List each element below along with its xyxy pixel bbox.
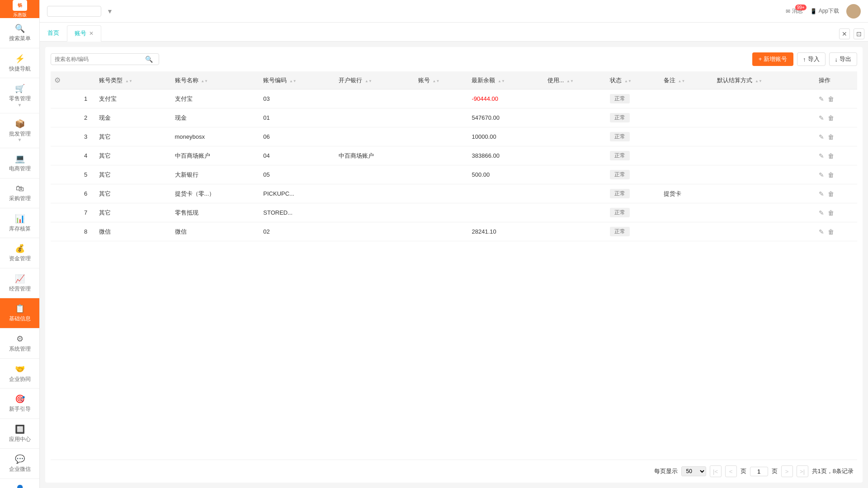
edit-button-5[interactable]: ✎ — [819, 190, 824, 197]
sort-icon: ▲▼ — [289, 79, 297, 83]
delete-button-5[interactable]: 🗑 — [828, 190, 834, 197]
delete-button-7[interactable]: 🗑 — [828, 228, 834, 235]
search-nav-icon: 🔍 — [15, 23, 25, 33]
cell-usage-2 — [544, 127, 607, 146]
next-page-button[interactable]: > — [781, 465, 793, 477]
cell-bank-6 — [335, 203, 415, 222]
tab-restore-button[interactable]: ⊡ — [854, 28, 864, 39]
cell-account-7 — [415, 222, 468, 241]
delete-button-2[interactable]: 🗑 — [828, 133, 834, 141]
delete-button-6[interactable]: 🗑 — [828, 209, 834, 216]
cell-code-5: PICKUPC... — [259, 184, 335, 203]
col-header-code[interactable]: 账号编码 ▲▼ — [259, 71, 335, 89]
cell-no-7: 8 — [76, 222, 95, 241]
per-page-select[interactable]: 50 20 100 — [681, 466, 706, 476]
column-settings-icon[interactable]: ⚙ — [54, 76, 61, 84]
sidebar-item-search[interactable]: 🔍 搜索菜单 — [0, 18, 40, 48]
finance-icon: 💰 — [15, 244, 25, 253]
sidebar-item-ecommerce[interactable]: 💻 电商管理 — [0, 148, 40, 178]
export-button[interactable]: ↓ 导出 — [829, 52, 858, 66]
cell-action-1: ✎ 🗑 — [815, 108, 857, 127]
purchase-icon: 🛍 — [16, 184, 24, 193]
edit-button-3[interactable]: ✎ — [819, 152, 824, 160]
sidebar-item-inventory[interactable]: 📊 库存核算 — [0, 208, 40, 239]
search-icon[interactable]: 🔍 — [145, 56, 153, 63]
edit-button-2[interactable]: ✎ — [819, 133, 824, 141]
basic-icon: 📋 — [15, 304, 25, 314]
sidebar-item-member[interactable]: 👤 畅会员 — [0, 479, 40, 488]
col-balance-label: 最新余额 — [472, 77, 495, 84]
col-header-balance[interactable]: 最新余额 ▲▼ — [468, 71, 543, 89]
sidebar-item-guide[interactable]: 🎯 新手引导 — [0, 389, 40, 419]
col-header-account[interactable]: 账号 ▲▼ — [415, 71, 468, 89]
cell-account-0 — [415, 89, 468, 108]
tab-close-button[interactable]: ✕ — [839, 28, 850, 39]
message-button[interactable]: ✉ 消息 99+ — [786, 7, 803, 15]
cell-no-4: 5 — [76, 165, 95, 184]
delete-button-4[interactable]: 🗑 — [828, 171, 834, 178]
edit-button-6[interactable]: ✎ — [819, 209, 824, 216]
page-number-input[interactable]: 1 — [750, 467, 768, 476]
col-header-bank[interactable]: 开户银行 ▲▼ — [335, 71, 415, 89]
cell-remark-1 — [660, 108, 714, 127]
app-download-icon: 📱 — [810, 8, 817, 14]
app-download-label: App下载 — [819, 7, 839, 15]
edit-button-4[interactable]: ✎ — [819, 171, 824, 178]
sidebar-item-wholesale[interactable]: 📦 批发管理 ▼ — [0, 113, 40, 149]
cell-bank-1 — [335, 108, 415, 127]
import-button[interactable]: ↑ 导入 — [797, 52, 826, 66]
cell-remark-3 — [660, 146, 714, 165]
topbar-dropdown-icon[interactable]: ▼ — [107, 8, 113, 15]
sidebar: 畅 乐惠版 🔍 搜索菜单 ⚡ 快捷导航 🛒 零售管理 ▼ 📦 批发管理 ▼ 💻 … — [0, 0, 40, 488]
cell-bank-5 — [335, 184, 415, 203]
col-header-name[interactable]: 账号名称 ▲▼ — [171, 71, 260, 89]
cell-status-4: 正常 — [606, 165, 660, 184]
tab-home[interactable]: 首页 — [40, 25, 67, 41]
cell-status-7: 正常 — [606, 222, 660, 241]
top-search-input[interactable] — [47, 6, 101, 17]
tab-account[interactable]: 账号 ✕ — [67, 25, 101, 42]
tab-home-label: 首页 — [47, 29, 59, 37]
cell-settings-3 — [51, 146, 76, 165]
cell-settings-1 — [51, 108, 76, 127]
user-avatar[interactable] — [846, 4, 861, 19]
col-header-status[interactable]: 状态 ▲▼ — [606, 71, 660, 89]
wholesale-icon: 📦 — [15, 119, 25, 129]
col-header-settings[interactable]: ⚙ — [51, 71, 76, 89]
add-account-button[interactable]: + 新增账号 — [752, 52, 793, 66]
table-header-row: ⚙ 账号类型 ▲▼ 账号名称 ▲▼ — [51, 71, 857, 89]
sidebar-item-appstore[interactable]: 🔲 应用中心 — [0, 419, 40, 449]
col-header-remark[interactable]: 备注 ▲▼ — [660, 71, 714, 89]
sidebar-item-enterprise[interactable]: 🤝 企业协同 — [0, 359, 40, 389]
delete-button-1[interactable]: 🗑 — [828, 114, 834, 122]
tab-account-close[interactable]: ✕ — [89, 30, 94, 37]
sidebar-item-shortcut[interactable]: ⚡ 快捷导航 — [0, 48, 40, 79]
delete-button-0[interactable]: 🗑 — [828, 95, 834, 103]
cell-balance-2: 10000.00 — [468, 127, 543, 146]
account-search-input[interactable] — [55, 56, 145, 62]
last-page-button[interactable]: >| — [797, 465, 808, 477]
prev-page-button[interactable]: < — [725, 465, 737, 477]
message-icon: ✉ — [786, 8, 790, 14]
sidebar-item-finance[interactable]: 💰 资金管理 — [0, 238, 40, 268]
col-name-label: 账号名称 — [175, 77, 198, 84]
app-download-button[interactable]: 📱 App下载 — [810, 7, 839, 15]
col-header-type[interactable]: 账号类型 ▲▼ — [95, 71, 171, 89]
sidebar-item-system[interactable]: ⚙ 系统管理 — [0, 328, 40, 359]
sidebar-item-operations[interactable]: 📈 经营管理 — [0, 268, 40, 299]
col-header-usage[interactable]: 使用... ▲▼ — [544, 71, 607, 89]
edit-button-1[interactable]: ✎ — [819, 114, 824, 122]
edit-button-0[interactable]: ✎ — [819, 95, 824, 103]
sort-icon: ▲▼ — [678, 79, 685, 83]
sidebar-item-retail[interactable]: 🛒 零售管理 ▼ — [0, 78, 40, 113]
appstore-icon: 🔲 — [15, 424, 25, 434]
sidebar-item-purchase[interactable]: 🛍 采购管理 — [0, 178, 40, 208]
first-page-button[interactable]: |< — [710, 465, 722, 477]
sidebar-item-wechat[interactable]: 💬 企业微信 — [0, 449, 40, 479]
col-header-default-settlement[interactable]: 默认结算方式 ▲▼ — [713, 71, 815, 89]
sidebar-item-basic[interactable]: 📋 基础信息 — [0, 298, 40, 328]
delete-button-3[interactable]: 🗑 — [828, 152, 834, 160]
edit-button-7[interactable]: ✎ — [819, 228, 824, 235]
main-area: ▼ ✉ 消息 99+ 📱 App下载 首页 账号 ✕ ✕ ⊡ — [40, 0, 868, 488]
table-row: 2 现金 现金 01 547670.00 正常 ✎ 🗑 — [51, 108, 857, 127]
